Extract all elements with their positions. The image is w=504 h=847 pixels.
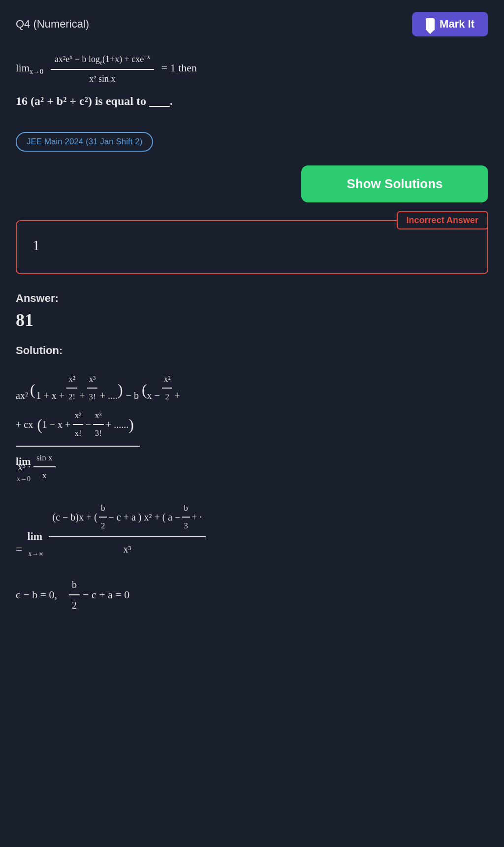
user-answer-value: 1 [32, 237, 40, 253]
answer-value: 81 [16, 310, 488, 330]
mark-it-button[interactable]: Mark It [412, 12, 488, 36]
incorrect-badge: Incorrect Answer [397, 211, 488, 229]
answer-section: Answer: 81 Solution: [16, 292, 488, 357]
answer-label: Answer: [16, 292, 488, 305]
solution-math: ax² ( 1 + x + x² 2! + x³ 3! + .... ) − b… [16, 371, 488, 615]
show-solutions-button[interactable]: Show Solutions [301, 165, 488, 202]
solution-label: Solution: [16, 344, 488, 357]
solution-conclusion: c − b = 0, b 2 − c + a = 0 [16, 575, 488, 615]
mark-it-label: Mark It [440, 18, 474, 31]
page: Q4 (Numerical) Mark It limx→0 ax²ex − b … [0, 0, 504, 847]
question-expression: 16 (a² + b² + c²) is equal to . [16, 91, 488, 111]
header: Q4 (Numerical) Mark It [16, 12, 488, 36]
solution-line-1: ax² ( 1 + x + x² 2! + x³ 3! + .... ) − b… [16, 371, 488, 486]
question-math: limx→0 ax²ex − b loge(1+x) + cxe−x x² si… [16, 50, 488, 88]
answer-input-section: Incorrect Answer 1 [16, 220, 488, 274]
show-solutions-container: Show Solutions [16, 165, 488, 202]
solution-line-2: = lim x→∞ (c − b)x + ( b 2 − c + a ) x² … [16, 498, 488, 561]
question-type: Q4 (Numerical) [16, 18, 89, 31]
tag-badge: JEE Main 2024 (31 Jan Shift 2) [16, 123, 488, 165]
question-block: limx→0 ax²ex − b loge(1+x) + cxe−x x² si… [16, 50, 488, 111]
